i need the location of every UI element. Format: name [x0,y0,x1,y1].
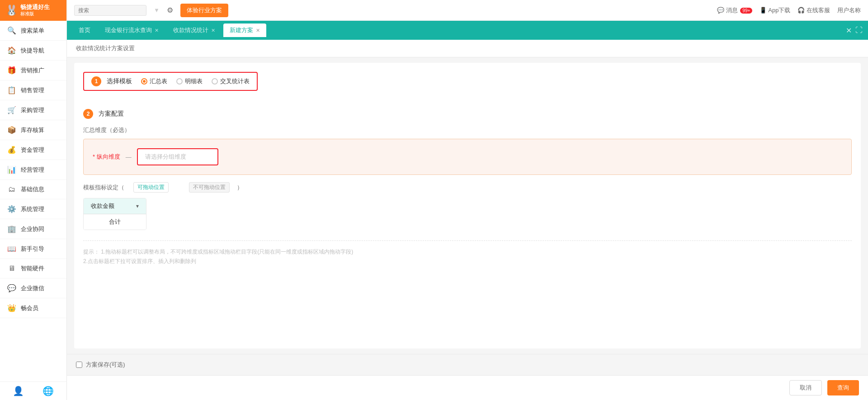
guide-icon: 📖 [7,245,16,253]
service-label: 在线客服 [807,7,830,14]
tabbar: 首页 现金银行流水查询 ✕ 收款情况统计 ✕ 新建方案 ✕ ✕ ⛶ [67,21,868,40]
purchase-icon: 🛒 [7,106,16,114]
save-label: 方案保存(可选) [86,361,125,369]
online-service[interactable]: 🎧 在线客服 [797,6,830,14]
user-name[interactable]: 用户名称 [837,6,861,14]
sidebar-item-label: 企业协同 [21,225,44,233]
radio-detail-label: 明细表 [185,77,203,85]
industry-btn[interactable]: 体验行业方案 [180,4,228,17]
tab-close-new-plan[interactable]: ✕ [256,28,260,33]
message-icon: 💬 [717,7,724,14]
topbar: ▼ ⚙ 体验行业方案 💬 消息 99+ 📱 App下载 🎧 在线客服 用户名称 [67,0,868,21]
dim-arrow: — [126,154,132,160]
draggable-badge: 可拖动位置 [133,182,169,193]
download-label: App下载 [768,7,790,14]
globe-icon[interactable]: 🌐 [42,386,54,396]
sidebar-item-label: 畅会员 [21,304,38,312]
query-button[interactable]: 查询 [827,380,859,395]
close-window-btn[interactable]: ✕ [846,26,852,35]
sidebar: 🐰 畅捷通好生 标准版 🔍 搜索菜单 🏠 快捷导航 🎁 营销推广 📋 销售管理 … [0,0,67,400]
tab-bank[interactable]: 现金银行流水查询 ✕ [99,24,165,37]
radio-cross[interactable]: 交叉统计表 [212,77,250,85]
tab-new-plan[interactable]: 新建方案 ✕ [223,24,266,37]
section-card: 1 选择模板 汇总表 明细表 交叉统计表 [74,63,861,348]
dimension-section: 汇总维度（必选） * 纵向维度 — 请选择分组维度 [83,126,852,175]
tab-home[interactable]: 首页 [72,24,97,37]
dim-row: * 纵向维度 — 请选择分组维度 [93,148,842,165]
sidebar-item-label: 系统管理 [21,205,44,213]
sidebar-item-member[interactable]: 👑 畅会员 [0,298,66,318]
tab-close-receipt[interactable]: ✕ [211,28,215,33]
sidebar-item-enterprise[interactable]: 🏢 企业协同 [0,219,66,239]
sidebar-item-purchase[interactable]: 🛒 采购管理 [0,100,66,120]
sidebar-item-search[interactable]: 🔍 搜索菜单 [0,21,66,41]
enterprise-icon: 🏢 [7,225,16,233]
sidebar-item-label: 资金管理 [21,146,44,154]
logo-icon: 🐰 [5,5,18,16]
radio-summary-label: 汇总表 [150,77,167,85]
radio-summary[interactable]: 汇总表 [141,77,167,85]
sidebar-item-marketing[interactable]: 🎁 营销推广 [0,61,66,80]
metrics-table-row: 合计 [84,214,146,230]
topbar-right: 💬 消息 99+ 📱 App下载 🎧 在线客服 用户名称 [717,6,861,14]
sidebar-item-basic[interactable]: 🗂 基础信息 [0,180,66,199]
settings-icon[interactable]: ⚙ [167,6,173,14]
sidebar-bottom: 👤 🌐 [0,381,66,400]
cancel-button[interactable]: 取消 [789,380,822,395]
tab-close-bank[interactable]: ✕ [155,28,159,33]
step2-section: 2 方案配置 汇总维度（必选） * 纵向维度 — 请选择分组维度 [83,109,852,265]
sidebar-item-label: 基础信息 [21,185,44,193]
dim-area: * 纵向维度 — 请选择分组维度 [83,139,852,175]
sidebar-item-system[interactable]: ⚙️ 系统管理 [0,199,66,219]
group-dim-select[interactable]: 请选择分组维度 [137,148,218,165]
step2-label: 方案配置 [99,110,124,118]
step1-num: 1 [91,76,101,86]
message-section[interactable]: 💬 消息 99+ [717,6,752,14]
app-download[interactable]: 📱 App下载 [760,6,790,14]
sidebar-item-inventory[interactable]: 📦 库存核算 [0,120,66,140]
sidebar-item-finance[interactable]: 💰 资金管理 [0,140,66,160]
maximize-btn[interactable]: ⛶ [855,26,863,35]
sidebar-item-wechat[interactable]: 💬 企业微信 [0,278,66,298]
sidebar-item-quick-nav[interactable]: 🏠 快捷导航 [0,41,66,61]
radio-detail-circle [176,78,183,85]
tip-line2: 2.点击标题栏下拉可设置排序、插入列和删除列 [83,258,852,265]
search-icon: 🔍 [7,26,16,35]
metrics-header: 模板指标设定（ 可拖动位置 不可拖动位置 ） [83,182,852,193]
sidebar-item-operations[interactable]: 📊 经营管理 [0,160,66,180]
tab-receipt[interactable]: 收款情况统计 ✕ [167,24,222,37]
sidebar-item-label: 库存核算 [21,126,44,134]
radio-summary-circle [141,78,147,85]
tab-receipt-label: 收款情况统计 [173,26,208,34]
sidebar-item-hardware[interactable]: 🖥 智能硬件 [0,259,66,278]
footer-bar: 取消 查询 [67,375,868,400]
sidebar-item-label: 快捷导航 [21,47,44,55]
metrics-chevron-icon[interactable]: ▾ [136,203,139,209]
sidebar-item-label: 智能硬件 [21,264,44,273]
tab-bank-label: 现金银行流水查询 [105,26,152,34]
sidebar-item-label: 采购管理 [21,106,44,114]
tab-new-plan-label: 新建方案 [230,26,253,34]
finance-icon: 💰 [7,146,16,154]
topbar-search-input[interactable] [74,5,146,16]
tip-line1: 提示： 1.拖动标题栏可以调整布局，不可跨维度或指标区域拖动栏目字段(只能在同一… [83,248,852,256]
operations-icon: 📊 [7,165,16,174]
sidebar-item-guide[interactable]: 📖 新手引导 [0,239,66,259]
radio-detail[interactable]: 明细表 [176,77,203,85]
sidebar-item-sales[interactable]: 📋 销售管理 [0,80,66,100]
save-checkbox[interactable] [76,362,82,368]
step2-row: 2 方案配置 [83,109,852,119]
gift-icon: 🎁 [7,66,16,75]
tabbar-right: ✕ ⛶ [846,26,863,35]
basic-icon: 🗂 [7,185,16,193]
sidebar-nav: 🔍 搜索菜单 🏠 快捷导航 🎁 营销推广 📋 销售管理 🛒 采购管理 📦 库存核… [0,21,66,381]
download-icon: 📱 [760,7,767,14]
step2-num: 2 [83,109,93,119]
radio-group: 汇总表 明细表 交叉统计表 [141,77,250,85]
metrics-header-label: 收款金额 [91,202,114,210]
user-avatar-icon[interactable]: 👤 [13,386,24,396]
page-content: 收款情况统计方案设置 1 选择模板 汇总表 明细表 [67,40,868,400]
metrics-close: ） [237,184,243,192]
message-label: 消息 [726,7,738,14]
inventory-icon: 📦 [7,126,16,134]
